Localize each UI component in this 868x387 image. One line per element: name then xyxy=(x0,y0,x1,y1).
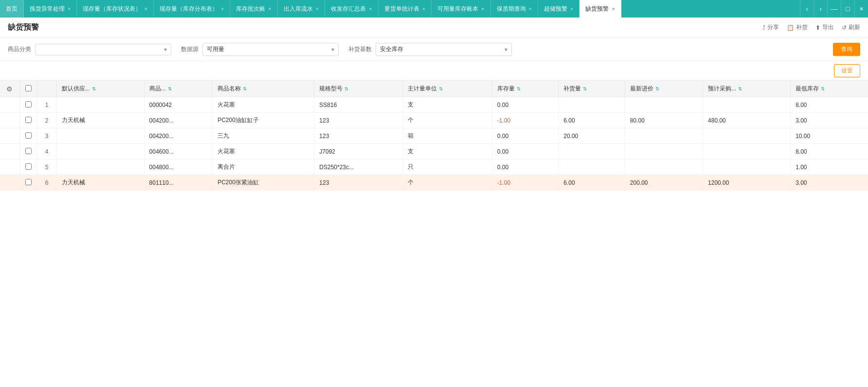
tab-bar: 首页 拣货异常处理 × 现存量（库存状况表） × 现存量（库存分布表） × 库存… xyxy=(0,0,868,18)
row-checkbox[interactable] xyxy=(25,163,32,170)
tab-receive-summary[interactable]: 收发存汇总表 × xyxy=(325,0,378,18)
tab-picking-exception[interactable]: 拣货异常处理 × xyxy=(24,0,77,18)
td-checkbox[interactable] xyxy=(19,97,37,113)
replenish-base-select[interactable]: 安全库存 ▾ xyxy=(376,43,512,56)
tab-close-window-button[interactable]: × xyxy=(854,0,868,18)
tab-inventory-status[interactable]: 现存量（库存状况表） × xyxy=(77,0,153,18)
tab-close-icon[interactable]: × xyxy=(68,6,71,12)
category-arrow-icon: ▾ xyxy=(164,46,167,53)
table-row: 4 004600... 火花塞 J7092 支 0.00 8.00 xyxy=(0,144,868,159)
td-replenish xyxy=(559,144,625,159)
tab-close-icon[interactable]: × xyxy=(369,6,372,12)
export-button[interactable]: ⬆ 导出 xyxy=(815,23,834,32)
th-spec-label: 规格型号 xyxy=(319,85,343,93)
td-spec: DS250*23c... xyxy=(314,159,402,175)
tab-maximize-button[interactable]: □ xyxy=(841,0,854,18)
td-checkbox[interactable] xyxy=(19,113,37,128)
select-all-checkbox[interactable] xyxy=(25,85,32,91)
category-select[interactable]: ▾ xyxy=(35,44,171,55)
category-filter-label: 商品分类 xyxy=(8,45,31,53)
th-product-name[interactable]: 商品名称 ⇅ xyxy=(213,81,314,97)
tab-prev-button[interactable]: ‹ xyxy=(800,0,814,18)
th-latest-price[interactable]: 最新进价 ⇅ xyxy=(625,81,703,97)
td-product-name: 离合片 xyxy=(213,159,314,175)
sort-icon: ⇅ xyxy=(243,86,247,91)
share-button[interactable]: ⤴ 分享 xyxy=(762,23,779,32)
th-stock[interactable]: 库存量 ⇅ xyxy=(492,81,559,97)
td-gear xyxy=(0,159,19,175)
table-body: 1 0000042 火花塞 SS816 支 0.00 8.00 2 力天机械 0… xyxy=(0,97,868,191)
row-checkbox[interactable] xyxy=(25,179,32,185)
tab-overstock-warning[interactable]: 超储预警 × xyxy=(538,0,579,18)
th-spec[interactable]: 规格型号 ⇅ xyxy=(314,81,402,97)
tab-close-icon[interactable]: × xyxy=(422,6,425,12)
tab-close-icon[interactable]: × xyxy=(570,6,573,12)
tab-close-icon[interactable]: × xyxy=(144,6,147,12)
td-checkbox[interactable] xyxy=(19,144,37,159)
replenish-button[interactable]: 📋 补货 xyxy=(787,23,808,32)
datasource-select[interactable]: 可用量 ▾ xyxy=(202,43,339,56)
td-min-stock: 8.00 xyxy=(791,97,868,113)
refresh-label: 刷新 xyxy=(849,23,860,32)
sort-icon: ⇅ xyxy=(738,86,742,91)
tab-close-icon[interactable]: × xyxy=(221,6,224,12)
tab-close-icon[interactable]: × xyxy=(612,6,615,12)
th-estimated-purchase[interactable]: 预计采购... ⇅ xyxy=(703,81,791,97)
th-default-supplier[interactable]: 默认供应... ⇅ xyxy=(56,81,144,97)
td-product-name: 火花塞 xyxy=(213,97,314,113)
refresh-icon: ↺ xyxy=(842,24,847,31)
tab-shortage-warning[interactable]: 缺货预警 × xyxy=(579,0,621,18)
td-latest-price xyxy=(625,159,703,175)
refresh-button[interactable]: ↺ 刷新 xyxy=(842,23,860,32)
row-checkbox[interactable] xyxy=(25,132,32,139)
row-checkbox[interactable] xyxy=(25,148,32,154)
th-replenish[interactable]: 补货量 ⇅ xyxy=(559,81,625,97)
td-num: 4 xyxy=(37,144,56,159)
th-settings[interactable]: ⚙ xyxy=(0,81,19,97)
td-min-stock: 1.00 xyxy=(791,159,868,175)
tab-batch-account[interactable]: 库存批次账 × xyxy=(230,0,277,18)
tab-close-icon[interactable]: × xyxy=(268,6,271,12)
td-checkbox[interactable] xyxy=(19,128,37,144)
tab-minimize-button[interactable]: — xyxy=(827,0,841,18)
td-stock: -1.00 xyxy=(492,113,559,128)
td-checkbox[interactable] xyxy=(19,175,37,191)
td-spec: SS816 xyxy=(314,97,402,113)
td-num: 5 xyxy=(37,159,56,175)
th-product-name-label: 商品名称 xyxy=(217,85,241,93)
td-latest-price xyxy=(625,144,703,159)
td-unit: 支 xyxy=(402,97,492,113)
tab-inventory-dist[interactable]: 现存量（库存分布表） × xyxy=(154,0,230,18)
td-latest-price: 200.00 xyxy=(625,175,703,191)
tab-next-button[interactable]: › xyxy=(814,0,827,18)
tab-close-icon[interactable]: × xyxy=(529,6,532,12)
sort-icon: ⇅ xyxy=(583,86,587,91)
tab-close-icon[interactable]: × xyxy=(316,6,319,12)
tab-close-icon[interactable]: × xyxy=(481,6,484,12)
td-latest-price xyxy=(625,97,703,113)
th-unit[interactable]: 主计量单位 ⇅ xyxy=(402,81,492,97)
table-row: 2 力天机械 004200... PC200油缸缸子 123 个 -1.00 6… xyxy=(0,113,868,128)
tab-inout-flow[interactable]: 出入库流水 × xyxy=(278,0,325,18)
th-product-code[interactable]: 商品... ⇅ xyxy=(144,81,213,97)
td-unit: 只 xyxy=(402,159,492,175)
row-checkbox[interactable] xyxy=(25,117,32,123)
tab-demand-stats[interactable]: 要货单统计表 × xyxy=(379,0,432,18)
tab-available-stock[interactable]: 可用量库存账本 × xyxy=(432,0,490,18)
th-min-stock[interactable]: 最低库存 ⇅ xyxy=(791,81,868,97)
th-default-supplier-label: 默认供应... xyxy=(62,85,90,93)
query-button[interactable]: 查询 xyxy=(833,43,860,56)
td-checkbox[interactable] xyxy=(19,159,37,175)
settings-button[interactable]: 设置 xyxy=(834,64,860,77)
replenish-base-arrow-icon: ▾ xyxy=(505,46,507,53)
row-checkbox[interactable] xyxy=(25,101,32,107)
td-unit: 个 xyxy=(402,113,492,128)
tab-home[interactable]: 首页 xyxy=(0,0,24,18)
table-settings-icon[interactable]: ⚙ xyxy=(6,85,13,93)
td-min-stock: 3.00 xyxy=(791,113,868,128)
td-estimated-purchase: 1200.00 xyxy=(703,175,791,191)
td-product-name: PC200油缸缸子 xyxy=(213,113,314,128)
tab-expiry-query[interactable]: 保质期查询 × xyxy=(491,0,538,18)
tab-label: 现存量（库存分布表） xyxy=(160,5,218,13)
table-header-row: ⚙ 默认供应... ⇅ 商品... xyxy=(0,81,868,97)
